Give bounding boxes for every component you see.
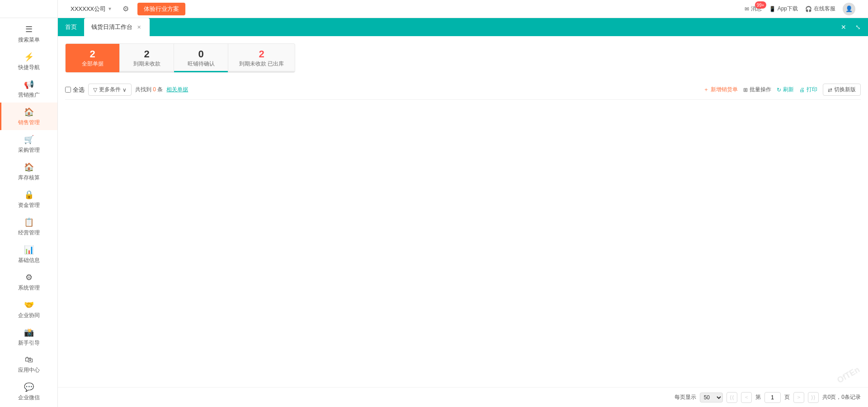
online-service-item[interactable]: 🎧 在线客服 xyxy=(805,5,835,13)
sidebar-item-guide[interactable]: 📸 新手引导 xyxy=(0,323,57,351)
finance-icon: 🔒 xyxy=(24,190,34,200)
toolbar-left: 全选 ▽ 更多条件 ∨ 共找到 0 条 相关单据 xyxy=(65,84,188,96)
basicinfo-icon: 📊 xyxy=(24,245,34,255)
tab-underline-shipped xyxy=(228,71,295,72)
sidebar-item-inventory[interactable]: 🏠 库存核算 xyxy=(0,158,57,185)
stats-tab-overdue[interactable]: 2 到期未收款 xyxy=(120,44,174,72)
sidebar-item-cooperation[interactable]: 🤝 企业协同 xyxy=(0,295,57,323)
sidebar-item-label: 销售管理 xyxy=(18,119,40,126)
stats-tab-all[interactable]: 2 全部单据 xyxy=(66,44,120,72)
stats-tab-pending[interactable]: 0 旺铺待确认 xyxy=(174,44,228,72)
switch-version-btn[interactable]: ⇄ 切换新版 xyxy=(823,84,861,96)
toolbar: 全选 ▽ 更多条件 ∨ 共找到 0 条 相关单据 ＋ 新增销货单 xyxy=(65,80,861,100)
select-all-input[interactable] xyxy=(65,87,71,93)
refresh-icon: ↻ xyxy=(777,87,781,93)
sidebar-item-label: 系统管理 xyxy=(18,284,40,292)
switch-label: 切换新版 xyxy=(834,86,856,94)
pagination-bar: 每页显示 50 100 200 ⟨⟨ ＜ 第 页 ＞ ⟩⟩ 共0页，0条记录 xyxy=(58,387,868,407)
tab-maximize-btn[interactable]: ⤡ xyxy=(852,21,864,33)
filter-btn[interactable]: ▽ 更多条件 ∨ xyxy=(88,84,132,96)
sidebar-item-member[interactable]: ▽ 畅会员 xyxy=(0,405,57,407)
sidebar-item-label: 应用中心 xyxy=(18,366,40,374)
stats-label-overdue: 到期未收款 xyxy=(131,60,163,68)
add-label: 新增销货单 xyxy=(711,86,738,94)
tab-bar: 首页 钱货日清工作台 ✕ ✕ ⤡ xyxy=(58,18,868,36)
tab-home[interactable]: 首页 xyxy=(58,18,84,36)
company-selector[interactable]: XXXXXX公司 ▼ xyxy=(67,3,116,15)
operations-icon: 📋 xyxy=(24,217,34,227)
sidebar-item-appcenter[interactable]: 🛍 应用中心 xyxy=(0,351,57,378)
app-download-label: App下载 xyxy=(778,5,798,13)
tab-underline xyxy=(120,71,174,72)
settings-icon[interactable]: ⚙ xyxy=(119,3,132,15)
batch-btn[interactable]: ⊞ 批量操作 xyxy=(743,86,771,94)
inventory-icon: 🏠 xyxy=(24,162,34,172)
stats-count-shipped: 2 xyxy=(239,48,284,60)
sidebar-item-marketing[interactable]: 📢 营销推广 xyxy=(0,75,57,103)
sidebar-item-wechat[interactable]: 💬 企业微信 xyxy=(0,378,57,405)
tab-cashflow-label: 钱货日清工作台 xyxy=(91,23,132,31)
page-total: 共0页，0条记录 xyxy=(822,393,861,401)
stats-count-pending: 0 xyxy=(185,48,217,60)
messages-item[interactable]: ✉ 消息 99+ xyxy=(745,5,762,13)
app-download-item[interactable]: 📱 App下载 xyxy=(769,5,798,13)
sidebar-item-label: 企业协同 xyxy=(18,312,40,319)
related-link[interactable]: 相关单据 xyxy=(166,86,188,94)
page-prev-btn[interactable]: ＜ xyxy=(741,392,752,403)
page-last-btn[interactable]: ⟩⟩ xyxy=(808,392,819,403)
phone-icon: 📱 xyxy=(769,6,776,12)
sidebar-item-label: 经营管理 xyxy=(18,229,40,237)
found-count: 0 xyxy=(153,86,156,93)
appcenter-icon: 🛍 xyxy=(25,355,33,365)
avatar[interactable]: 👤 xyxy=(843,3,855,15)
sidebar-item-label: 基础信息 xyxy=(18,257,40,264)
sidebar-item-operations[interactable]: 📋 经营管理 xyxy=(0,213,57,240)
print-label: 打印 xyxy=(807,86,817,94)
sidebar-item-sales[interactable]: 🏠 销售管理 xyxy=(0,103,57,130)
add-icon: ＋ xyxy=(703,86,709,94)
filter-label: 更多条件 xyxy=(99,86,121,94)
stats-tabs: 2 全部单据 2 到期未收款 0 旺铺待确认 2 到期未收款 已出库 xyxy=(65,43,295,73)
batch-icon: ⊞ xyxy=(743,87,748,93)
sidebar-item-label: 采购管理 xyxy=(18,146,40,154)
sidebar-item-label: 资金管理 xyxy=(18,201,40,209)
quicknav-icon: ⚡ xyxy=(24,52,34,62)
sidebar-item-system[interactable]: ⚙ 系统管理 xyxy=(0,268,57,295)
stats-label-shipped: 到期未收款 已出库 xyxy=(239,60,284,68)
stats-tab-shipped[interactable]: 2 到期未收款 已出库 xyxy=(228,44,295,72)
tab-close-btn[interactable]: ✕ xyxy=(837,21,850,33)
wechat-icon: 💬 xyxy=(24,382,34,392)
system-icon: ⚙ xyxy=(25,272,33,282)
tab-home-label: 首页 xyxy=(65,23,77,31)
tab-cashflow[interactable]: 钱货日清工作台 ✕ xyxy=(84,18,150,36)
sidebar-item-label: 快捷导航 xyxy=(18,64,40,71)
sidebar-item-finance[interactable]: 🔒 资金管理 xyxy=(0,185,57,213)
close-icon[interactable]: ✕ xyxy=(135,23,142,31)
sidebar-item-quicknav[interactable]: ⚡ 快捷导航 xyxy=(0,47,57,75)
sidebar-item-search[interactable]: ☰ 搜索菜单 xyxy=(0,20,57,47)
print-btn[interactable]: 🖨 打印 xyxy=(799,86,817,94)
sales-icon: 🏠 xyxy=(24,107,34,117)
company-name: XXXXXX公司 xyxy=(71,5,106,13)
headset-icon: 🎧 xyxy=(805,6,812,12)
add-sale-btn[interactable]: ＋ 新增销货单 xyxy=(703,86,738,94)
toolbar-right: ＋ 新增销货单 ⊞ 批量操作 ↻ 刷新 🖨 打印 ⇄ 切换新版 xyxy=(703,84,861,96)
refresh-btn[interactable]: ↻ 刷新 xyxy=(777,86,794,94)
sidebar-item-purchase[interactable]: 🛒 采购管理 xyxy=(0,130,57,158)
select-all-checkbox[interactable]: 全选 xyxy=(65,86,85,94)
chevron-down-icon: ∨ xyxy=(123,87,127,93)
try-btn[interactable]: 体验行业方案 xyxy=(137,3,185,15)
stats-label-all: 全部单据 xyxy=(76,60,108,68)
tab-underline-teal xyxy=(174,71,228,72)
page-next-btn[interactable]: ＞ xyxy=(793,392,804,403)
page-input[interactable] xyxy=(764,392,781,403)
header-right: ✉ 消息 99+ 📱 App下载 🎧 在线客服 👤 xyxy=(745,3,863,15)
per-page-select[interactable]: 50 100 200 xyxy=(700,393,723,402)
page-first-btn[interactable]: ⟨⟨ xyxy=(726,392,737,403)
chevron-down-icon: ▼ xyxy=(108,6,112,11)
messages-badge: 99+ xyxy=(755,1,766,9)
print-icon: 🖨 xyxy=(799,87,805,93)
guide-icon: 📸 xyxy=(24,327,34,337)
sidebar-item-basicinfo[interactable]: 📊 基础信息 xyxy=(0,240,57,268)
refresh-label: 刷新 xyxy=(783,86,794,94)
